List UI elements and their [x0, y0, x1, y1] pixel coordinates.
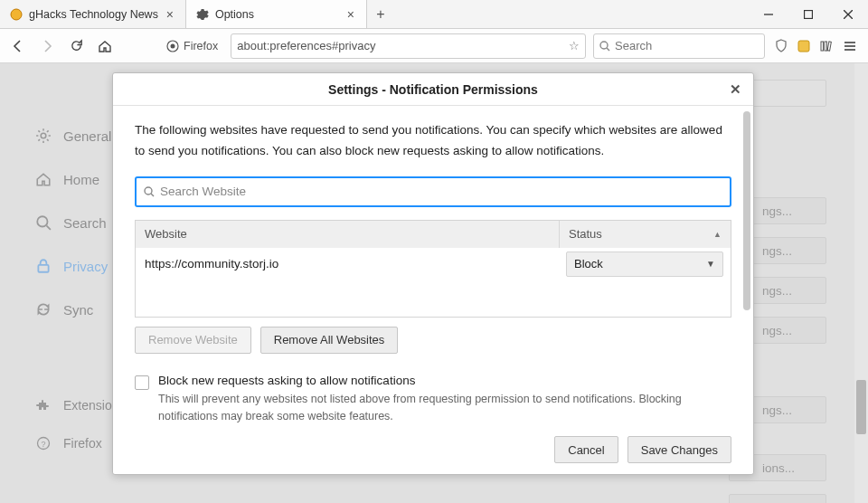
status-select[interactable]: Block ▼ [566, 252, 723, 277]
bookmark-star-icon[interactable]: ☆ [569, 39, 580, 52]
cancel-button[interactable]: Cancel [554, 436, 618, 463]
svg-line-23 [151, 194, 154, 196]
table-header: Website Status▲ [136, 221, 731, 248]
block-new-requests-checkbox[interactable] [135, 375, 149, 390]
chevron-down-icon: ▼ [706, 259, 715, 269]
tab-label: Options [215, 8, 339, 21]
notification-permissions-dialog: Settings - Notification Permissions ✕ Th… [112, 72, 754, 475]
close-window-button[interactable] [828, 0, 868, 29]
remove-button-row: Remove Website Remove All Websites [135, 327, 731, 354]
search-website-input[interactable]: Search Website [135, 176, 731, 207]
url-bar[interactable]: about:preferences#privacy ☆ [231, 33, 586, 59]
permissions-table: Website Status▲ https://community.storj.… [135, 220, 731, 318]
dialog-title-bar: Settings - Notification Permissions ✕ [113, 73, 753, 106]
remove-all-websites-button[interactable]: Remove All Websites [260, 327, 399, 354]
window-controls [749, 0, 868, 28]
svg-rect-10 [821, 42, 824, 51]
svg-line-8 [607, 48, 609, 51]
table-empty-space [136, 280, 731, 317]
dialog-footer: Cancel Save Changes [135, 436, 731, 463]
checkbox-label: Block new requests asking to allow notif… [158, 374, 731, 387]
sort-icon: ▲ [713, 230, 722, 239]
column-status[interactable]: Status▲ [559, 221, 731, 248]
scrollbar-thumb[interactable] [856, 380, 866, 434]
status-value: Block [574, 257, 603, 270]
dialog-scrollbar[interactable] [743, 111, 750, 310]
new-tab-button[interactable]: + [367, 0, 394, 28]
url-text: about:preferences#privacy [237, 39, 375, 52]
titlebar: gHacks Technology News × Options × + [0, 0, 868, 29]
svg-rect-12 [827, 41, 831, 50]
table-row[interactable]: https://community.storj.io Block ▼ [136, 248, 731, 280]
maximize-button[interactable] [788, 0, 828, 29]
svg-point-0 [11, 9, 22, 20]
search-icon [144, 186, 155, 197]
close-icon[interactable]: × [344, 8, 357, 21]
svg-point-7 [600, 42, 608, 49]
svg-rect-9 [798, 41, 809, 52]
dialog-description: The following websites have requested to… [135, 120, 731, 162]
identity-label: Firefox [184, 40, 218, 52]
shield-icon[interactable] [774, 39, 788, 53]
save-changes-button[interactable]: Save Changes [627, 436, 731, 463]
svg-rect-11 [825, 42, 827, 51]
extension-icon[interactable] [797, 40, 810, 52]
navbar: Firefox about:preferences#privacy ☆ Sear… [0, 29, 868, 63]
firefox-icon [166, 40, 179, 52]
search-placeholder: Search [615, 39, 652, 52]
svg-point-22 [145, 187, 152, 195]
checkbox-description: This will prevent any websites not liste… [158, 391, 731, 425]
svg-rect-2 [805, 10, 813, 18]
minimize-button[interactable] [749, 0, 788, 29]
menu-icon[interactable] [843, 39, 857, 53]
tab-strip: gHacks Technology News × Options × + [0, 0, 394, 28]
search-icon [599, 41, 610, 52]
row-website: https://community.storj.io [136, 257, 559, 270]
tab-label: gHacks Technology News [29, 8, 158, 21]
block-new-requests-row: Block new requests asking to allow notif… [135, 374, 731, 425]
svg-point-6 [171, 43, 175, 48]
page-scrollbar[interactable] [854, 63, 868, 503]
dialog-body: The following websites have requested to… [113, 106, 753, 474]
home-button[interactable] [92, 33, 118, 59]
search-placeholder: Search Website [160, 185, 246, 198]
identity-box[interactable]: Firefox [161, 40, 223, 52]
forward-button[interactable] [34, 33, 60, 59]
reload-button[interactable] [63, 33, 89, 59]
tab-options[interactable]: Options × [186, 0, 367, 28]
search-box[interactable]: Search [593, 33, 765, 59]
library-icon[interactable] [819, 39, 834, 53]
back-button[interactable] [5, 33, 31, 59]
close-icon[interactable]: × [164, 8, 176, 21]
dialog-close-button[interactable]: ✕ [726, 81, 744, 99]
dialog-title: Settings - Notification Permissions [328, 82, 538, 97]
remove-website-button[interactable]: Remove Website [135, 327, 251, 354]
toolbar-end [769, 39, 863, 53]
favicon-ghacks [9, 7, 24, 22]
column-website[interactable]: Website [136, 227, 559, 241]
gear-icon [195, 7, 210, 22]
tab-ghacks[interactable]: gHacks Technology News × [0, 0, 186, 28]
